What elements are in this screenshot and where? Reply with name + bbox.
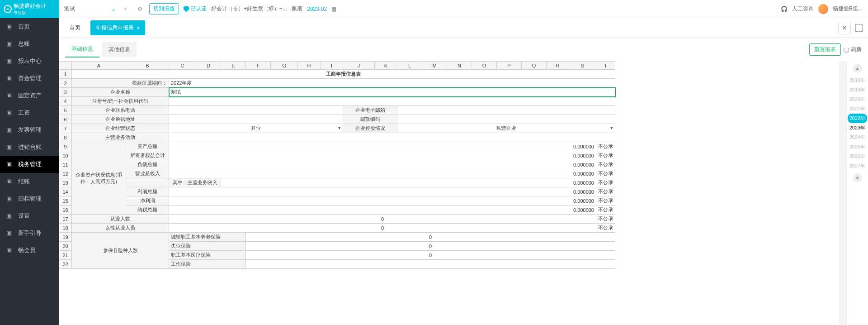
year-2025年[interactable]: 2025年 (848, 142, 867, 152)
sidebar-item-9[interactable]: ▣结账 (0, 173, 59, 190)
refresh-button[interactable]: 刷新 (844, 46, 862, 53)
dd-pub-16[interactable]: 不公示 (596, 206, 615, 215)
col-J[interactable]: J (343, 62, 375, 70)
col-T[interactable]: T (596, 62, 615, 70)
col-B[interactable]: B (126, 62, 169, 70)
row-6[interactable]: 6 (59, 115, 72, 124)
row-18[interactable]: 18 (59, 224, 72, 233)
user-name[interactable]: 畅捷通B组... (833, 5, 863, 13)
row-11[interactable]: 11 (59, 160, 72, 169)
dd-pub-14[interactable]: 不公示 (596, 187, 615, 196)
org-selector[interactable]: 测试 ⌄ (64, 5, 116, 13)
year-2026年[interactable]: 2026年 (848, 152, 867, 161)
sidebar-item-11[interactable]: ▣设置 (0, 207, 59, 225)
row-10[interactable]: 10 (59, 151, 72, 160)
col-G[interactable]: G (271, 62, 298, 70)
row-9[interactable]: 9 (59, 142, 72, 151)
dd-pub-13[interactable]: 不公示 (596, 178, 615, 187)
year-2022年[interactable]: 2022年 (848, 114, 867, 123)
sidebar-item-10[interactable]: ▣归档管理 (0, 190, 59, 207)
scrollbar-v[interactable] (839, 61, 846, 325)
col-O[interactable]: O (472, 62, 497, 70)
sidebar-item-1[interactable]: ▣总账 (0, 35, 59, 53)
col-Q[interactable]: Q (522, 62, 547, 70)
sidebar-item-5[interactable]: ▣工资 (0, 104, 59, 121)
sidebar-item-7[interactable]: ▣进销台账 (0, 139, 59, 156)
row-8[interactable]: 8 (59, 133, 72, 142)
close-icon[interactable]: × (137, 25, 140, 31)
sidebar-item-4[interactable]: ▣固定资产 (0, 87, 59, 104)
subtab-other[interactable]: 其他信息 (102, 42, 137, 57)
year-2018年[interactable]: 2018年 (848, 76, 867, 85)
row-7[interactable]: 7 (59, 124, 72, 133)
close-all-icon[interactable]: × (838, 22, 851, 34)
row-13[interactable]: 13 (59, 178, 72, 187)
add-icon[interactable]: ＋ (120, 4, 130, 14)
sidebar-item-8[interactable]: ▣税务管理 (0, 156, 59, 173)
col-C[interactable]: C (169, 62, 196, 70)
sidebar-item-3[interactable]: ▣资金管理 (0, 70, 59, 87)
row-2[interactable]: 2 (59, 79, 72, 88)
reset-button[interactable]: 重置报表 (809, 43, 841, 56)
sidebar-item-0[interactable]: ▣首页 (0, 18, 59, 35)
row-19[interactable]: 19 (59, 233, 72, 242)
dd-pub-11[interactable]: 不公示 (596, 160, 615, 169)
col-L[interactable]: L (397, 62, 422, 70)
year-2027年[interactable]: 2027年 (848, 161, 867, 171)
sidebar-item-12[interactable]: ▣新手引导 (0, 225, 59, 242)
row-17[interactable]: 17 (59, 215, 72, 224)
col-R[interactable]: R (547, 62, 569, 70)
year-down-icon[interactable]: ▼ (853, 173, 862, 182)
col-M[interactable]: M (422, 62, 447, 70)
dd-pub-15[interactable]: 不公示 (596, 196, 615, 206)
sidebar-item-13[interactable]: ▣畅会员 (0, 242, 59, 259)
gear-icon[interactable]: ⚙ (135, 4, 145, 14)
col-D[interactable]: D (196, 62, 221, 70)
col-E[interactable]: E (221, 62, 246, 70)
dd-status[interactable]: 开业 (169, 124, 343, 133)
row-4[interactable]: 4 (59, 97, 72, 106)
col-S[interactable]: S (569, 62, 596, 70)
col-H[interactable]: H (298, 62, 321, 70)
dd-pub-12[interactable]: 不公示 (596, 169, 615, 178)
year-2024年[interactable]: 2024年 (848, 133, 867, 142)
support-link[interactable]: 人工咨询 (792, 5, 814, 13)
row-14[interactable]: 14 (59, 187, 72, 196)
switch-old-button[interactable]: 切到旧版 (149, 3, 179, 14)
subtab-basic[interactable]: 基础信息 (65, 42, 99, 57)
row-12[interactable]: 12 (59, 169, 72, 178)
spreadsheet[interactable]: ABCDEFGHIJKLMNOPQRST1工商年报信息表2税款所属期间：2022… (59, 61, 839, 325)
row-15[interactable]: 15 (59, 196, 72, 206)
avatar[interactable] (818, 4, 828, 14)
row-5[interactable]: 5 (59, 106, 72, 115)
sidebar-item-6[interactable]: ▣发票管理 (0, 121, 59, 139)
tab-home[interactable]: 首页 (64, 20, 86, 35)
year-up-icon[interactable]: ▲ (853, 64, 862, 73)
year-2021年[interactable]: 2021年 (848, 104, 867, 114)
dd-pub-9[interactable]: 不公示 (596, 142, 615, 151)
year-2023年[interactable]: 2023年 (848, 123, 867, 133)
tab-report[interactable]: 年报信息申报表 × (90, 20, 145, 35)
col-P[interactable]: P (497, 62, 522, 70)
nav-icon: ▣ (6, 57, 14, 65)
year-2019年[interactable]: 2019年 (848, 85, 867, 95)
col-I[interactable]: I (321, 62, 343, 70)
col-A[interactable]: A (72, 62, 126, 70)
row-22[interactable]: 22 (59, 260, 72, 269)
row-16[interactable]: 16 (59, 206, 72, 215)
sidebar-item-2[interactable]: ▣报表中心 (0, 53, 59, 70)
cell-company-name[interactable]: 测试 (169, 88, 615, 97)
row-21[interactable]: 21 (59, 251, 72, 260)
row-3[interactable]: 3 (59, 88, 72, 97)
dd-pub-10[interactable]: 不公示 (596, 151, 615, 160)
row-20[interactable]: 20 (59, 242, 72, 251)
fullscreen-icon[interactable] (855, 24, 863, 32)
col-N[interactable]: N (447, 62, 472, 70)
col-K[interactable]: K (375, 62, 397, 70)
calendar-icon[interactable]: ▦ (331, 6, 336, 12)
year-2020年[interactable]: 2020年 (848, 95, 867, 104)
col-F[interactable]: F (246, 62, 271, 70)
dd-holding[interactable]: 私营企业 (397, 124, 615, 133)
period-value[interactable]: 2023-02 (307, 6, 327, 12)
row-1[interactable]: 1 (59, 70, 72, 79)
